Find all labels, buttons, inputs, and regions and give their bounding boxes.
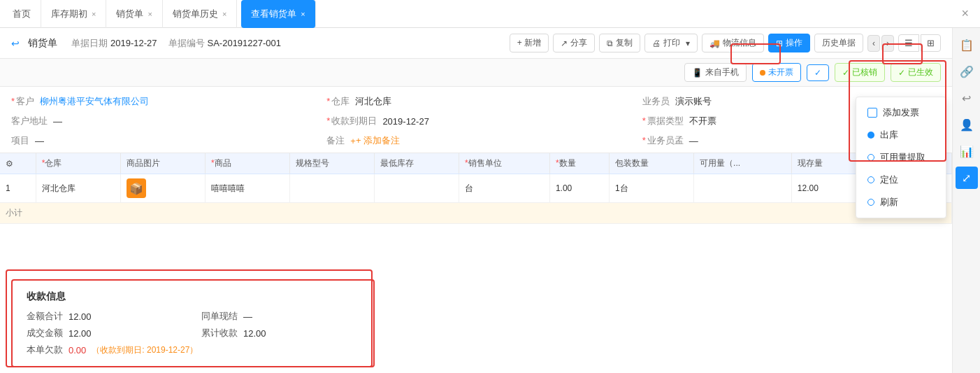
add-note-button[interactable]: + + 添加备注 — [350, 134, 400, 147]
row-num: 1 — [0, 174, 36, 203]
sidebar-user-icon[interactable]: 👤 — [956, 113, 978, 136]
row-qty: 1.00 — [549, 174, 609, 203]
copy-button[interactable]: ⧉ 复制 — [599, 34, 640, 52]
logistics-button[interactable]: 🚚 物流信息 — [702, 34, 764, 52]
payment-date-label: 收款到期日 — [326, 115, 377, 127]
deal-amount-item: 成交金额 12.00 — [27, 327, 185, 339]
right-sidebar: 📋 🔗 ↩ 👤 📊 ⤢ — [952, 28, 980, 373]
check-icon2: ✓ — [898, 68, 905, 78]
prev-arrow[interactable]: ‹ — [867, 35, 880, 52]
summary-grid: 金额合计 12.00 同单现结 — 成交金额 12.00 累计收款 12.00 … — [27, 310, 359, 356]
view-toggle: ☰ ⊞ — [898, 34, 941, 52]
confirm-button[interactable]: ✓ — [807, 64, 829, 81]
customer-value[interactable]: 柳州粤港平安气体有限公司 — [40, 95, 149, 108]
doc-date: 单据日期 2019-12-27 — [71, 37, 157, 50]
sidebar-doc-icon[interactable]: 📋 — [956, 34, 978, 56]
col-img: 商品图片 — [120, 153, 205, 174]
next-arrow[interactable]: › — [881, 35, 894, 52]
grid-view-button[interactable]: ⊞ — [921, 34, 941, 52]
table-wrap: ⚙ *仓库 商品图片 *商品 规格型号 最低库存 *销售单位 *数量 包装数量 … — [0, 153, 952, 274]
tab-view-sales[interactable]: 查看销货单 × — [241, 0, 315, 28]
table-row: 1 河北仓库 📦 嘻嘻嘻嘻 台 1.00 1台 — [0, 174, 952, 203]
locate-item[interactable]: 定位 — [856, 169, 946, 191]
share-icon: ↗ — [561, 38, 568, 48]
project-field: 项目 — — [11, 134, 310, 147]
invoice-icon — [867, 108, 877, 118]
check-icon: ✓ — [842, 68, 849, 78]
new-button[interactable]: + 新增 — [510, 34, 549, 52]
doc-icon: ↩ — [11, 38, 20, 49]
doc-meta: 单据日期 2019-12-27 单据编号 SA-20191227-001 — [71, 37, 281, 50]
amount-item: 金额合计 12.00 — [27, 310, 185, 323]
tab-sales[interactable]: 销货单 × — [106, 0, 162, 28]
warehouse-label: 仓库 — [326, 95, 350, 108]
not-open-ticket-button[interactable]: 未开票 — [752, 63, 801, 82]
col-pkg-qty: 包装数量 — [609, 153, 693, 174]
add-invoice-item[interactable]: 添加发票 — [856, 101, 946, 124]
tab-home[interactable]: 首页 — [6, 0, 41, 28]
ticket-label: 票据类型 — [642, 115, 684, 127]
col-spec: 规格型号 — [289, 153, 374, 174]
sidebar-link-icon[interactable]: 🔗 — [956, 60, 978, 83]
gear-icon[interactable]: ⚙ — [6, 159, 13, 169]
doc-header: ↩ 销货单 单据日期 2019-12-27 单据编号 SA-20191227-0… — [0, 28, 952, 59]
available-qty-item[interactable]: 可用量提取 — [856, 146, 946, 169]
nav-arrows: ‹ › — [867, 35, 894, 52]
tab-history-close[interactable]: × — [222, 10, 226, 18]
note-label: 备注 — [326, 134, 345, 147]
tab-bar: 首页 库存期初 × 销货单 × 销货单历史 × 查看销货单 × × — [0, 0, 980, 28]
address-value: — — [53, 116, 62, 127]
sales-staff-value: — — [689, 136, 698, 146]
tab-bar-close[interactable]: × — [956, 6, 974, 21]
avail-icon — [867, 154, 874, 161]
from-mobile-button[interactable]: 📱 来自手机 — [684, 63, 747, 82]
col-qty: *数量 — [549, 153, 609, 174]
sidebar-chart-icon[interactable]: 📊 — [956, 140, 978, 162]
mobile-icon: 📱 — [692, 68, 702, 78]
share-button[interactable]: ↗ 分享 — [553, 34, 595, 52]
refresh-item[interactable]: 刷新 — [856, 191, 946, 213]
copy-icon: ⧉ — [607, 38, 613, 48]
doc-number: 单据编号 SA-20191227-001 — [168, 37, 282, 50]
row-warehouse: 河北仓库 — [36, 174, 120, 203]
list-view-button[interactable]: ☰ — [898, 34, 919, 52]
tab-view-sales-close[interactable]: × — [301, 10, 305, 18]
subtotal-label: 小计 — [0, 203, 952, 224]
outbound-item[interactable]: 出库 — [856, 124, 946, 146]
already-effective-button[interactable]: ✓ 已生效 — [891, 63, 941, 82]
sidebar-return-icon[interactable]: ↩ — [956, 87, 978, 109]
row-avail — [694, 174, 792, 203]
form-row-1: 客户 柳州粤港平安气体有限公司 仓库 河北仓库 业务员 演示账号 — [11, 95, 941, 108]
tab-inventory[interactable]: 库存期初 × — [41, 0, 106, 28]
row-pkg-qty: 1台 — [609, 174, 693, 203]
sidebar-expand-icon[interactable]: ⤢ — [956, 167, 978, 189]
table-header-row: ⚙ *仓库 商品图片 *商品 规格型号 最低库存 *销售单位 *数量 包装数量 … — [0, 153, 952, 174]
tab-sales-close[interactable]: × — [147, 10, 152, 18]
cumulative-item: 累计收款 12.00 — [201, 327, 359, 339]
arrears-value: 0.00 — [69, 345, 86, 356]
note-field: 备注 + + 添加备注 — [326, 134, 625, 147]
col-unit: *销售单位 — [459, 153, 550, 174]
form-area: 客户 柳州粤港平安气体有限公司 仓库 河北仓库 业务员 演示账号 客户地址 — — [0, 87, 952, 153]
col-avail: 可用量（... — [694, 153, 792, 174]
operations-button[interactable]: ⊞ 操作 — [768, 34, 810, 52]
project-label: 项目 — [11, 134, 29, 147]
toolbar-row: 📱 来自手机 未开票 ✓ ✓ 已核销 ✓ 已生效 — [0, 59, 952, 87]
tab-history[interactable]: 销货单历史 × — [163, 0, 237, 28]
col-warehouse: *仓库 — [36, 153, 120, 174]
payment-date-field: 收款到期日 2019-12-27 — [326, 115, 625, 127]
plus-icon: + — [350, 136, 356, 146]
row-min-stock — [375, 174, 459, 203]
staff-value: 演示账号 — [675, 95, 712, 108]
already-canceled-button[interactable]: ✓ 已核销 — [835, 63, 885, 82]
customer-label: 客户 — [11, 95, 34, 108]
history-records-button[interactable]: 历史单据 — [814, 34, 863, 52]
col-stock: 现存量 — [791, 153, 860, 174]
print-button[interactable]: 🖨 打印 ▾ — [644, 34, 698, 52]
logistics-icon: 🚚 — [709, 38, 720, 48]
data-table: ⚙ *仓库 商品图片 *商品 规格型号 最低库存 *销售单位 *数量 包装数量 … — [0, 153, 952, 224]
address-label: 客户地址 — [11, 115, 48, 127]
col-product: *商品 — [205, 153, 289, 174]
arrears-item: 本单欠款 0.00 （收款到期日: 2019-12-27） — [27, 344, 359, 356]
tab-inventory-close[interactable]: × — [92, 10, 96, 18]
